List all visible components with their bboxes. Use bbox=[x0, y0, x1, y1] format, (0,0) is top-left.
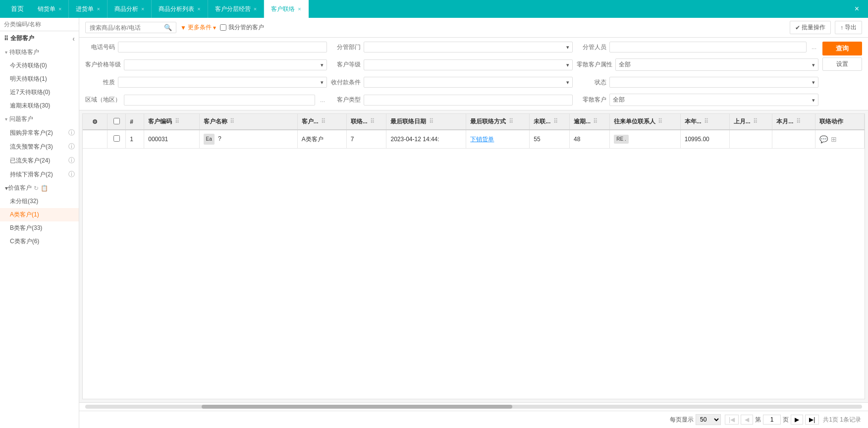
sidebar-collapse-icon[interactable]: ‹ bbox=[72, 35, 75, 43]
sidebar-item-declining[interactable]: 持续下滑客户(2) ⓘ bbox=[0, 167, 79, 181]
region-dots-icon[interactable]: ... bbox=[318, 97, 327, 104]
batch-button[interactable]: ✔ 批量操作 bbox=[790, 21, 831, 34]
sidebar-item-c-class[interactable]: C类客户(6) bbox=[0, 235, 79, 248]
nav-customer-contact[interactable]: 客户联络 × bbox=[264, 0, 308, 18]
settings-button[interactable]: 设置 bbox=[822, 57, 862, 71]
sidebar-item-churn-warning[interactable]: 流失预警客户(3) ⓘ bbox=[0, 140, 79, 154]
close-purchase-icon[interactable]: × bbox=[97, 6, 100, 12]
price-level-label: 客户价格等级 bbox=[85, 60, 121, 69]
more-filters-button[interactable]: ▼ 更多条件 ▾ bbox=[180, 23, 216, 32]
resize-last-method[interactable]: ⠿ bbox=[509, 118, 513, 125]
page-input[interactable] bbox=[763, 415, 781, 425]
nav-customer-tier[interactable]: 客户分层经营 × bbox=[208, 0, 264, 18]
page-size-wrap: 每页显示 50 100 bbox=[670, 414, 721, 425]
price-level-select[interactable] bbox=[124, 59, 327, 70]
sidebar-item-churned[interactable]: 已流失客户(24) ⓘ bbox=[0, 154, 79, 167]
first-page-button[interactable]: |◀ bbox=[725, 415, 739, 425]
all-customers-header[interactable]: ⠿ 全部客户 ‹ bbox=[0, 31, 79, 46]
resize-unreached[interactable]: ⠿ bbox=[553, 118, 558, 125]
sidebar-group-problem-customers[interactable]: ▾ 问题客户 bbox=[0, 112, 79, 126]
export-button[interactable]: ↑ 导出 bbox=[835, 21, 862, 34]
nav-goods-analysis-list[interactable]: 商品分析列表 × bbox=[152, 0, 208, 18]
close-goods-analysis-list-icon[interactable]: × bbox=[197, 6, 200, 12]
person-dots-icon[interactable]: ... bbox=[810, 44, 818, 51]
prev-page-button[interactable]: ◀ bbox=[741, 415, 753, 425]
filter-person: 分管人员 ... bbox=[577, 42, 818, 53]
resize-code[interactable]: ⠿ bbox=[175, 118, 179, 125]
nav-home[interactable]: 首页 bbox=[4, 0, 31, 18]
last-method-link[interactable]: 下销货单 bbox=[470, 136, 494, 143]
gear-icon: ⚙ bbox=[92, 118, 98, 125]
resize-this-month[interactable]: ⠿ bbox=[796, 118, 801, 125]
retail-customer-label: 零散客户 bbox=[577, 96, 606, 104]
nav-sales[interactable]: 销货单 × bbox=[31, 0, 69, 18]
sidebar-search-input[interactable] bbox=[4, 21, 78, 28]
close-goods-analysis-icon[interactable]: × bbox=[141, 6, 144, 12]
region-input[interactable] bbox=[124, 95, 315, 106]
select-all-checkbox[interactable] bbox=[113, 118, 120, 124]
resize-contact-count[interactable]: ⠿ bbox=[370, 118, 375, 125]
payment-select[interactable] bbox=[364, 77, 573, 88]
filter-customer-level: 客户等级 bbox=[331, 59, 573, 70]
sidebar-item-today[interactable]: 今天待联络(0) bbox=[0, 59, 79, 72]
customer-level-label: 客户等级 bbox=[331, 60, 361, 69]
col-gear[interactable]: ⚙ bbox=[83, 114, 108, 130]
filter-phone: 电话号码 bbox=[85, 42, 327, 53]
search-icon[interactable]: 🔍 bbox=[164, 24, 172, 31]
query-button[interactable]: 查询 bbox=[822, 42, 862, 55]
next-page-button[interactable]: ▶ bbox=[791, 415, 803, 425]
status-chevron-icon bbox=[812, 79, 815, 86]
phone-input[interactable] bbox=[118, 42, 327, 53]
sidebar-item-hoarding[interactable]: 囤购异常客户(2) ⓘ bbox=[0, 126, 79, 140]
customer-type-input[interactable] bbox=[364, 95, 573, 106]
resize-this-year[interactable]: ⠿ bbox=[704, 118, 708, 125]
resize-overdue[interactable]: ⠿ bbox=[593, 118, 597, 125]
retail-attr-label: 零散客户属性 bbox=[577, 60, 612, 69]
resize-type[interactable]: ⠿ bbox=[321, 118, 326, 125]
nav-purchase[interactable]: 进货单 × bbox=[69, 0, 107, 18]
refresh-icon[interactable]: ↻ bbox=[34, 185, 39, 192]
close-customer-tier-icon[interactable]: × bbox=[254, 6, 257, 12]
dept-select[interactable] bbox=[364, 42, 573, 53]
cell-unreached: 55 bbox=[530, 130, 570, 149]
row-actions: 💬 ⊞ bbox=[819, 135, 860, 143]
close-customer-contact-icon[interactable]: × bbox=[298, 6, 301, 12]
person-input[interactable] bbox=[609, 42, 807, 53]
resize-contact-person[interactable]: ⠿ bbox=[658, 118, 662, 125]
customer-level-select[interactable] bbox=[364, 59, 573, 70]
retail-customer-select[interactable]: 全部 bbox=[609, 94, 818, 106]
nature-select[interactable] bbox=[118, 77, 327, 88]
last-page-button[interactable]: ▶| bbox=[805, 415, 819, 425]
mine-checkbox[interactable] bbox=[220, 24, 226, 31]
edit-groups-icon[interactable]: 📋 bbox=[41, 185, 48, 192]
filter-icon: ▼ bbox=[180, 24, 186, 31]
qr-icon[interactable]: ⊞ bbox=[831, 135, 837, 143]
nav-goods-analysis[interactable]: 商品分析 × bbox=[108, 0, 152, 18]
horizontal-scrollbar[interactable] bbox=[79, 402, 868, 411]
close-sales-icon[interactable]: × bbox=[58, 6, 61, 12]
per-page-label: 每页显示 bbox=[670, 416, 694, 424]
sidebar-item-tomorrow[interactable]: 明天待联络(1) bbox=[0, 72, 79, 86]
resize-last-date[interactable]: ⠿ bbox=[429, 118, 434, 125]
search-input[interactable] bbox=[90, 24, 164, 31]
chat-icon[interactable]: 💬 bbox=[819, 135, 828, 143]
page-label: 第 bbox=[755, 416, 761, 424]
filter-retail-customer: 零散客户 全部 bbox=[577, 94, 818, 106]
resize-last-month[interactable]: ⠿ bbox=[753, 118, 758, 125]
sidebar-group-value-customers[interactable]: ▾ 价值客户 ↻ 📋 bbox=[0, 181, 79, 195]
phone-label: 电话号码 bbox=[85, 43, 115, 52]
per-page-select[interactable]: 50 100 bbox=[696, 414, 721, 425]
sidebar-group-pending-contact[interactable]: ▾ 待联络客户 bbox=[0, 46, 79, 59]
row-checkbox[interactable] bbox=[113, 135, 120, 142]
scroll-thumb[interactable] bbox=[202, 405, 512, 409]
sidebar-item-a-class[interactable]: A类客户(1) bbox=[0, 208, 79, 221]
resize-name[interactable]: ⠿ bbox=[230, 118, 234, 125]
sidebar-item-overdue-contact[interactable]: 逾期未联络(30) bbox=[0, 99, 79, 112]
close-all-button[interactable]: × bbox=[850, 4, 864, 13]
sidebar-item-unclassified[interactable]: 未分组(32) bbox=[0, 195, 79, 208]
status-select[interactable] bbox=[609, 77, 818, 88]
retail-attr-select[interactable]: 全部 bbox=[615, 58, 818, 71]
sidebar-item-b-class[interactable]: B类客户(33) bbox=[0, 221, 79, 235]
sidebar-item-7days[interactable]: 近7天待联络(0) bbox=[0, 86, 79, 99]
mine-checkbox-wrap[interactable]: 我分管的客户 bbox=[220, 23, 264, 32]
